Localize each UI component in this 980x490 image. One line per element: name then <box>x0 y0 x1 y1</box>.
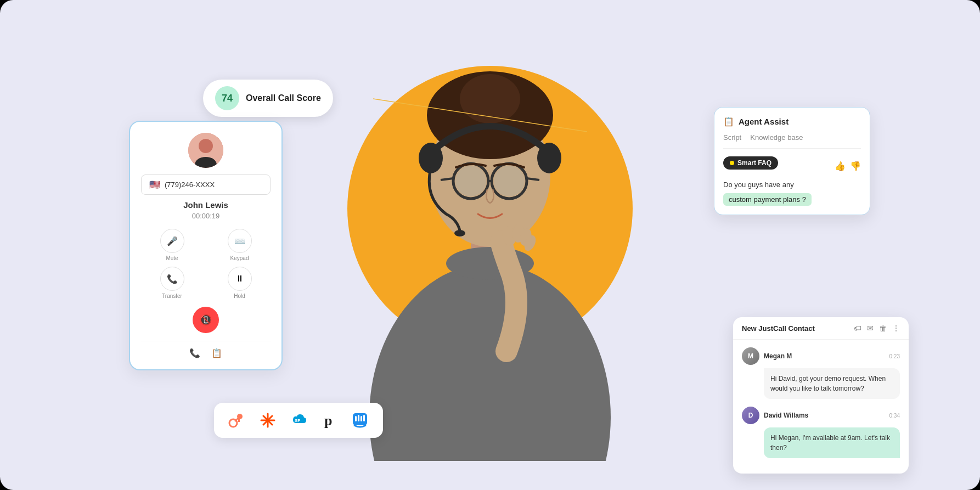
sender-row-david: D David Willams 0:34 <box>742 407 900 424</box>
agent-assist-panel: 📋 Agent Assist Script Knowledge base Sma… <box>714 107 870 215</box>
faq-highlight: custom payment plans ? <box>723 193 812 206</box>
tab-script[interactable]: Script <box>723 133 741 144</box>
phone-number: (779)246-XXXX <box>165 181 215 189</box>
tab-knowledge-base[interactable]: Knowledge base <box>750 133 803 144</box>
thumbs-down-icon[interactable]: 👎 <box>850 161 861 171</box>
score-label: Overall Call Score <box>246 93 321 103</box>
zapier-logo <box>258 410 278 430</box>
chat-header-icons: 🏷 ✉ 🗑 ⋮ <box>854 324 900 333</box>
caller-name: John Lewis <box>141 200 271 210</box>
chat-message-1: M Megan M 0:23 Hi David, got your demo r… <box>742 347 900 399</box>
chat-header: New JustCall Contact 🏷 ✉ 🗑 ⋮ <box>733 317 909 340</box>
smart-faq-button[interactable]: Smart FAQ <box>723 156 778 170</box>
chat-panel: New JustCall Contact 🏷 ✉ 🗑 ⋮ M Megan M 0… <box>733 317 909 474</box>
svg-text:SF: SF <box>295 418 300 423</box>
call-panel: 🇺🇸 (779)246-XXXX John Lewis 00:00:19 🎤 M… <box>129 121 283 370</box>
svg-point-31 <box>266 419 269 422</box>
svg-rect-36 <box>358 415 359 421</box>
phone-number-box: 🇺🇸 (779)246-XXXX <box>141 174 271 195</box>
main-container: 74 Overall Call Score 🇺🇸 (779)246-XXXX J… <box>0 0 980 490</box>
faq-question: Do you guys have any <box>723 181 861 189</box>
avatar-megan: M <box>742 347 759 365</box>
svg-rect-38 <box>363 415 365 421</box>
flag-icon: 🇺🇸 <box>149 179 160 190</box>
mail-icon[interactable]: ✉ <box>867 324 874 333</box>
svg-point-5 <box>460 74 520 123</box>
hold-button[interactable]: ⏸ Hold <box>209 267 271 299</box>
agent-assist-title: Agent Assist <box>739 117 788 126</box>
score-badge: 74 Overall Call Score <box>203 80 333 117</box>
chat-message-2: D David Willams 0:34 Hi Megan, I'm avail… <box>742 407 900 458</box>
smart-faq-dot <box>730 161 734 165</box>
intercom-logo <box>350 410 370 430</box>
svg-point-14 <box>537 143 561 173</box>
svg-rect-37 <box>361 416 362 421</box>
svg-point-0 <box>369 263 611 461</box>
sender-name-megan: Megan M <box>764 352 792 360</box>
svg-text:p: p <box>324 413 332 429</box>
score-number: 74 <box>215 86 239 110</box>
agent-photo <box>298 33 682 461</box>
notes-footer-icon: 📋 <box>211 348 222 358</box>
call-timer: 00:00:19 <box>141 212 271 220</box>
agent-assist-header: 📋 Agent Assist <box>723 116 861 127</box>
svg-point-15 <box>454 230 465 236</box>
sender-row-megan: M Megan M 0:23 <box>742 347 900 365</box>
more-options-icon[interactable]: ⋮ <box>892 324 900 333</box>
keypad-button[interactable]: ⌨️ Keypad <box>209 229 271 261</box>
agent-assist-icon: 📋 <box>723 116 734 127</box>
feedback-icons: 👍 👎 <box>835 161 861 171</box>
smart-faq-label: Smart FAQ <box>737 159 771 167</box>
svg-point-12 <box>494 166 525 196</box>
svg-rect-35 <box>355 416 357 421</box>
smart-faq-row: Smart FAQ 👍 👎 <box>723 156 861 175</box>
transfer-button[interactable]: 📞 Transfer <box>141 267 203 299</box>
call-controls: 🎤 Mute ⌨️ Keypad 📞 Transfer ⏸ Hold <box>141 229 271 299</box>
mute-button[interactable]: 🎤 Mute <box>141 229 203 261</box>
chat-time-megan: 0:23 <box>889 353 900 359</box>
chat-title: New JustCall Contact <box>742 324 815 333</box>
avatar-david: D <box>742 407 759 424</box>
svg-rect-34 <box>353 413 367 425</box>
end-call-button[interactable]: 📵 <box>193 307 219 333</box>
chat-bubble-megan: Hi David, got your demo request. When wo… <box>764 368 900 399</box>
tag-icon[interactable]: 🏷 <box>854 324 861 333</box>
chat-time-david: 0:34 <box>889 413 900 419</box>
phone-footer-icon: 📞 <box>189 348 200 358</box>
hubspot-logo <box>227 410 247 430</box>
chat-bubble-david: Hi Megan, I'm available at 9am. Let's ta… <box>764 427 900 458</box>
sender-name-david: David Willams <box>764 412 808 419</box>
salesforce-logo: SF <box>289 410 308 430</box>
call-panel-footer: 📞 📋 <box>141 341 271 358</box>
delete-icon[interactable]: 🗑 <box>879 324 887 333</box>
agent-assist-tabs: Script Knowledge base <box>723 133 861 149</box>
pipedrive-logo: p <box>319 410 339 430</box>
chat-body: M Megan M 0:23 Hi David, got your demo r… <box>733 340 909 474</box>
thumbs-up-icon[interactable]: 👍 <box>835 161 846 171</box>
svg-point-21 <box>199 139 213 153</box>
svg-point-11 <box>455 166 486 196</box>
caller-avatar <box>188 133 223 168</box>
integrations-bar: SF p <box>214 403 383 438</box>
